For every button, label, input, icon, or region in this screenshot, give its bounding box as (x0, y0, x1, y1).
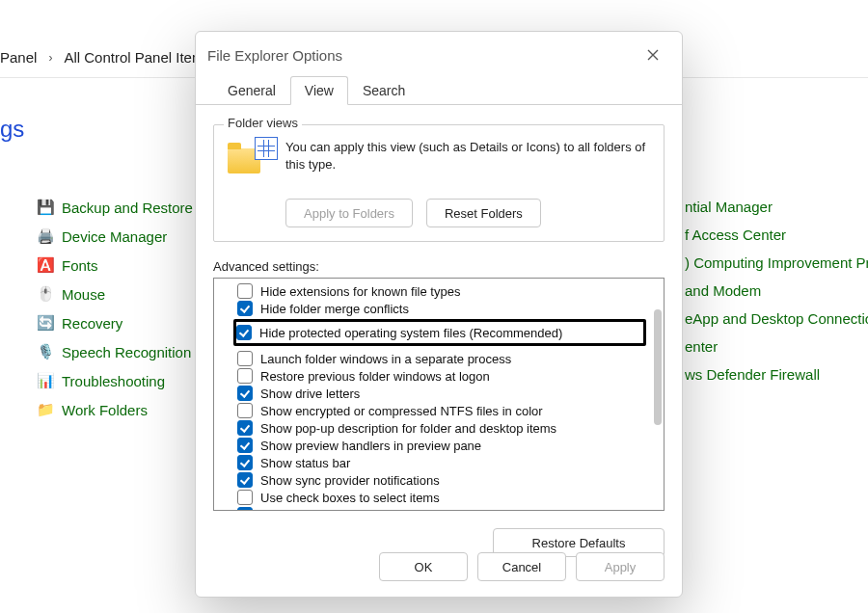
control-panel-left-column: 💾Backup and Restore 🖨️Device Manager 🅰️F… (37, 199, 193, 418)
checkbox[interactable] (237, 283, 253, 299)
setting-label: Show encrypted or compressed NTFS files … (260, 404, 543, 418)
checkbox[interactable] (237, 438, 253, 453)
checkbox[interactable] (237, 472, 253, 488)
item-device-manager[interactable]: 🖨️Device Manager (37, 227, 193, 245)
tab-general[interactable]: General (213, 76, 290, 105)
setting-row[interactable]: Use check boxes to select items (237, 489, 646, 506)
checkbox[interactable] (236, 325, 252, 340)
setting-row[interactable]: Launch folder windows in a separate proc… (237, 350, 646, 367)
scrollbar[interactable] (654, 282, 662, 506)
folder-views-group: Folder views You can apply this view (su… (213, 124, 665, 242)
breadcrumb-panel[interactable]: Panel (0, 49, 37, 66)
tab-view[interactable]: View (290, 76, 348, 105)
setting-row[interactable]: Hide folder merge conflicts (237, 300, 646, 317)
folder-views-legend: Folder views (224, 116, 302, 130)
file-explorer-options-dialog: File Explorer Options General View Searc… (195, 31, 683, 598)
setting-label: Hide extensions for known file types (260, 284, 460, 299)
setting-label: Hide folder merge conflicts (260, 302, 409, 316)
dialog-tabs: General View Search (196, 75, 682, 104)
setting-row[interactable]: Restore previous folder windows at logon (237, 367, 646, 385)
setting-row[interactable]: Hide protected operating system files (R… (236, 324, 643, 341)
setting-label: Show pop-up description for folder and d… (260, 421, 556, 436)
close-button[interactable] (637, 43, 668, 67)
dialog-action-row: OK Cancel Apply (379, 552, 665, 581)
setting-label: Show preview handlers in preview pane (260, 439, 481, 453)
apply-to-folders-button[interactable]: Apply to Folders (285, 199, 413, 227)
setting-row[interactable]: Show pop-up description for folder and d… (237, 419, 646, 437)
folder-views-text: You can apply this view (such as Details… (285, 139, 652, 173)
fonts-icon: 🅰️ (37, 256, 54, 274)
item-right-3[interactable]: and Modem (685, 282, 868, 299)
advanced-settings-list[interactable]: Hide extensions for known file typesHide… (213, 278, 665, 511)
recovery-icon: 🔄 (37, 314, 54, 332)
breadcrumb-all-items[interactable]: All Control Panel Item (64, 49, 203, 66)
checkbox[interactable] (237, 507, 253, 511)
setting-row[interactable]: Show sync provider notifications (237, 471, 646, 489)
item-speech[interactable]: 🎙️Speech Recognition (37, 343, 193, 360)
mic-icon: 🎙️ (37, 343, 54, 360)
ok-button[interactable]: OK (379, 552, 468, 581)
item-work-folders[interactable]: 📁Work Folders (37, 401, 193, 418)
item-right-2[interactable]: ) Computing Improvement Pr (685, 254, 868, 271)
item-right-5[interactable]: enter (685, 338, 868, 355)
checkbox[interactable] (237, 368, 253, 384)
item-backup-restore[interactable]: 💾Backup and Restore (37, 199, 193, 216)
backup-icon: 💾 (37, 199, 54, 216)
page-title-fragment: gs (0, 116, 24, 143)
scrollbar-thumb[interactable] (654, 309, 662, 425)
checkbox[interactable] (237, 420, 253, 436)
setting-row[interactable]: Show status bar (237, 454, 646, 471)
setting-row[interactable]: Use Sharing Wizard (Recommended) (237, 506, 646, 511)
item-troubleshooting[interactable]: 📊Troubleshooting (37, 372, 193, 389)
setting-row[interactable]: Show encrypted or compressed NTFS files … (237, 402, 646, 419)
setting-row[interactable]: Hide extensions for known file types (237, 282, 646, 300)
mouse-icon: 🖱️ (37, 285, 54, 303)
item-fonts[interactable]: 🅰️Fonts (37, 256, 193, 274)
item-recovery[interactable]: 🔄Recovery (37, 314, 193, 332)
item-right-6[interactable]: ws Defender Firewall (685, 366, 868, 383)
checkbox[interactable] (237, 301, 253, 316)
checkbox[interactable] (237, 403, 253, 418)
cancel-button[interactable]: Cancel (477, 552, 566, 581)
checkbox[interactable] (237, 490, 253, 505)
tab-search[interactable]: Search (348, 76, 420, 105)
setting-label: Hide protected operating system files (R… (259, 326, 562, 340)
reset-folders-button[interactable]: Reset Folders (426, 199, 541, 227)
checkbox[interactable] (237, 455, 253, 470)
advanced-settings-label: Advanced settings: (213, 259, 665, 274)
checkbox[interactable] (237, 351, 253, 366)
setting-label: Show status bar (260, 456, 350, 470)
setting-label: Show sync provider notifications (260, 473, 440, 488)
item-right-0[interactable]: ntial Manager (685, 199, 868, 215)
printer-icon: 🖨️ (37, 227, 54, 245)
chevron-right-icon: › (48, 51, 52, 65)
dialog-title: File Explorer Options (207, 47, 342, 64)
item-right-4[interactable]: eApp and Desktop Connectio (685, 310, 868, 327)
highlighted-setting: Hide protected operating system files (R… (233, 319, 646, 346)
setting-label: Launch folder windows in a separate proc… (260, 352, 511, 366)
tab-view-body: Folder views You can apply this view (su… (196, 104, 682, 557)
grid-icon (255, 137, 278, 160)
troubleshoot-icon: 📊 (37, 372, 54, 389)
close-icon (647, 49, 659, 61)
setting-label: Use Sharing Wizard (Recommended) (260, 508, 469, 512)
folder-icon: 📁 (37, 401, 54, 418)
setting-label: Restore previous folder windows at logon (260, 369, 490, 384)
setting-row[interactable]: Show drive letters (237, 385, 646, 402)
breadcrumb: Panel › All Control Panel Item (0, 49, 203, 66)
item-right-1[interactable]: f Access Center (685, 227, 868, 243)
folder-views-icon (226, 139, 272, 185)
control-panel-right-column: ntial Manager f Access Center ) Computin… (685, 199, 868, 383)
setting-label: Show drive letters (260, 386, 360, 401)
apply-button[interactable]: Apply (576, 552, 665, 581)
checkbox[interactable] (237, 386, 253, 401)
dialog-titlebar[interactable]: File Explorer Options (196, 32, 682, 72)
setting-row[interactable]: Show preview handlers in preview pane (237, 437, 646, 454)
setting-label: Use check boxes to select items (260, 491, 440, 505)
item-mouse[interactable]: 🖱️Mouse (37, 285, 193, 303)
